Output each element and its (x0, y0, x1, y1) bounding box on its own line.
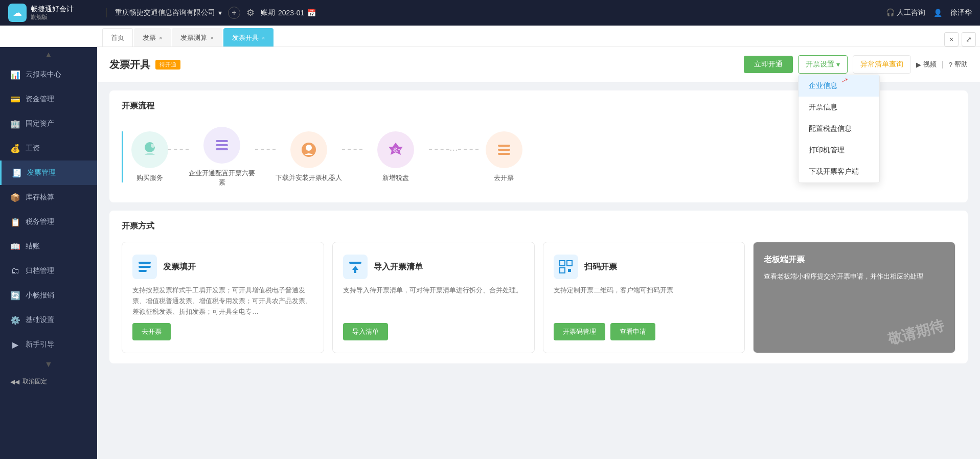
period-selector[interactable]: 账期 2023-01 📅 (261, 8, 316, 17)
tab-cesuan-close[interactable]: × (210, 35, 213, 41)
method-fill-icon (132, 255, 157, 279)
sidebar-item-guidang[interactable]: 🗂 归档管理 (0, 259, 97, 283)
dropdown-item-printer[interactable]: 打印机管理 (799, 140, 879, 161)
tab-fapiao-close[interactable]: × (159, 35, 162, 41)
method-boss-desc: 查看老板端小程序提交的开票申请，并作出相应的处理 (764, 271, 945, 282)
flow-step-1: 购买服务 (122, 131, 168, 182)
guidang-icon: 🗂 (10, 266, 20, 276)
expand-window-button[interactable]: ⤢ (962, 32, 976, 47)
period-value: 2023-01 (278, 9, 304, 17)
sidebar-item-gudingzichan[interactable]: 🏢 固定资产 (0, 111, 97, 136)
xinshouyindao-icon: ▶ (10, 339, 20, 350)
dropdown-item-taxdisk-label: 配置税盘信息 (809, 124, 852, 133)
flow-step-4-icon: 税+ (377, 131, 414, 168)
logo-icon: ☁ (8, 4, 27, 22)
sidebar-item-jichushezhi[interactable]: ⚙️ 基础设置 (0, 308, 97, 332)
sidebar-item-jiezhang[interactable]: 📖 结账 (0, 234, 97, 259)
sidebar-item-xinshouyindao[interactable]: ▶ 新手引导 (0, 332, 97, 357)
flow-step-2-label: 企业开通配置开票六要素 (189, 169, 255, 187)
svg-rect-13 (139, 266, 151, 268)
method-scan-header: 扫码开票 (554, 255, 735, 279)
method-fill-action-0[interactable]: 去开票 (132, 323, 171, 340)
sidebar-item-shuiwu-label: 税务管理 (26, 217, 54, 226)
cancel-fixed-icon: ◀◀ (10, 378, 19, 385)
dropdown-item-download-client[interactable]: 下载开票客户端 (799, 161, 879, 182)
page-header: 发票开具 待开通 立即开通 开票设置 ▾ 企业信息 (97, 47, 980, 82)
sidebar-scroll-up[interactable]: ▲ (0, 47, 97, 62)
methods-section-title: 开票方式 (122, 221, 955, 232)
fapiao-icon: 🧾 (12, 168, 22, 178)
svg-rect-11 (498, 153, 510, 155)
abnormal-list-button[interactable]: 异常清单查询 (853, 55, 911, 74)
method-import-icon (343, 255, 368, 279)
support-button[interactable]: 🎧 人工咨询 (886, 8, 925, 17)
close-window-button[interactable]: × (944, 32, 959, 47)
flow-step-2: 企业开通配置开票六要素 (189, 127, 255, 187)
flow-arrow-3 (342, 149, 362, 150)
sidebar-item-gongzi-label: 工资 (26, 144, 40, 153)
tab-fapiao[interactable]: 发票 × (134, 28, 171, 47)
dropdown-item-invoice-info[interactable]: 开票信息 (799, 97, 879, 118)
sidebar-item-kucun-label: 库存核算 (26, 193, 54, 202)
app-subtitle: 旗舰版 (31, 13, 74, 21)
svg-rect-12 (139, 262, 151, 264)
method-scan-action-0[interactable]: 开票码管理 (554, 323, 605, 340)
sidebar-item-kucun[interactable]: 📦 库存核算 (0, 185, 97, 210)
yunbao-icon: 📊 (10, 70, 20, 80)
sidebar-item-fapiao-label: 发票管理 (27, 168, 56, 177)
xiaochangbaoxiao-icon: 🔄 (10, 290, 20, 301)
sidebar-item-zijin[interactable]: 💳 资金管理 (0, 87, 97, 111)
user-name: 徐泽华 (950, 8, 972, 17)
method-import-action-0[interactable]: 导入清单 (343, 323, 388, 340)
svg-rect-10 (498, 149, 510, 151)
status-badge: 待开通 (155, 60, 180, 70)
sidebar-item-xiaochangbaoxiao[interactable]: 🔄 小畅报销 (0, 283, 97, 308)
tab-home-label: 首页 (111, 33, 124, 42)
svg-rect-17 (567, 261, 572, 266)
zijin-icon: 💳 (10, 94, 20, 104)
method-import-actions: 导入清单 (343, 323, 524, 340)
tab-home[interactable]: 首页 (102, 28, 133, 47)
method-import-title: 导入开票清单 (374, 262, 423, 272)
flow-step-4: 税+ 新增税盘 (362, 131, 429, 182)
help-button[interactable]: ? 帮助 (949, 60, 968, 69)
svg-rect-15 (349, 262, 361, 264)
sidebar-item-fapiao[interactable]: 🧾 发票管理 (0, 160, 97, 185)
sidebar-item-guidang-label: 归档管理 (26, 266, 54, 276)
dropdown-item-company-label: 企业信息 (809, 81, 837, 90)
activate-button[interactable]: 立即开通 (744, 56, 793, 73)
flow-step-4-label: 新增税盘 (382, 173, 409, 182)
settings-button[interactable]: 开票设置 ▾ (798, 55, 848, 74)
add-company-button[interactable]: + (228, 7, 240, 19)
flow-dots: ··· (449, 144, 458, 155)
video-label: 视频 (923, 60, 937, 69)
flow-arrow-1 (168, 149, 189, 150)
company-selector[interactable]: 重庆畅捷交通信息咨询有限公司 ▾ (106, 8, 222, 17)
app-title: 畅捷通好会计 (31, 5, 74, 13)
page-title: 发票开具 (109, 58, 150, 72)
flow-arrow-4 (429, 149, 449, 150)
flow-step-last-icon (486, 131, 522, 168)
tab-fapiao-kaiju[interactable]: 发票开具 × (223, 28, 274, 47)
method-scan-action-1[interactable]: 查看申请 (610, 323, 655, 340)
dropdown-item-taxdisk[interactable]: 配置税盘信息 (799, 118, 879, 140)
logo-area: ☁ 畅捷通好会计 旗舰版 (8, 4, 100, 22)
page-title-area: 发票开具 待开通 (109, 58, 180, 72)
sidebar-item-shuiwu[interactable]: 📋 税务管理 (0, 210, 97, 234)
flow-step-last-label: 去开票 (494, 173, 514, 182)
settings-chevron-icon: ▾ (836, 60, 840, 68)
tab-fapiao-cesuan[interactable]: 发票测算 × (172, 28, 222, 47)
sidebar-item-yunbao[interactable]: 📊 云报表中心 (0, 62, 97, 87)
svg-rect-18 (560, 268, 565, 273)
svg-rect-2 (216, 140, 228, 142)
dropdown-item-invoice-info-label: 开票信息 (809, 103, 837, 112)
video-button[interactable]: ▶ 视频 (916, 60, 937, 69)
sidebar-item-yunbao-label: 云报表中心 (26, 70, 61, 79)
sidebar-scroll-down[interactable]: ▼ (0, 357, 97, 372)
sidebar-item-gongzi[interactable]: 💰 工资 (0, 136, 97, 160)
settings-icon[interactable]: ⚙ (246, 7, 255, 18)
tab-kaiju-close[interactable]: × (262, 35, 265, 41)
svg-rect-4 (216, 148, 228, 150)
cancel-fixed-button[interactable]: ◀◀ 取消固定 (0, 372, 97, 391)
help-icon: ? (949, 61, 952, 68)
